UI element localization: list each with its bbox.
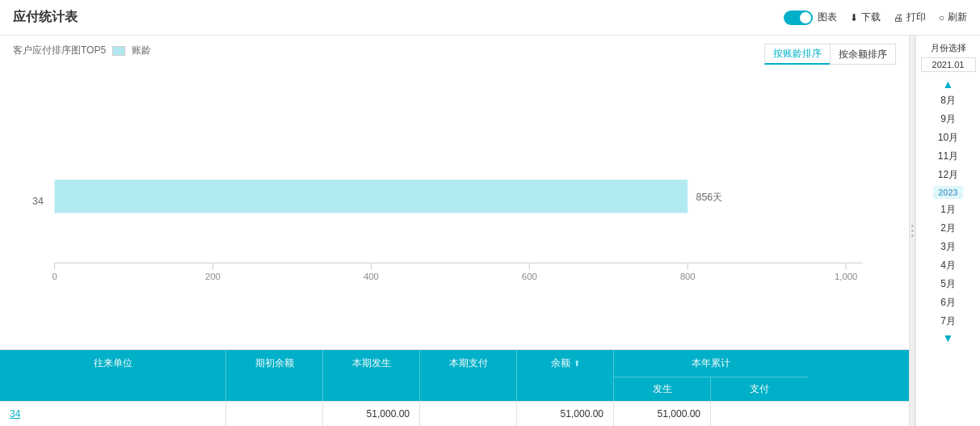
- col-ytd-pay-subheader: 支付: [711, 377, 808, 401]
- legend-text: 客户应付排序图TOP5: [13, 44, 106, 57]
- col-ytd-group-header: 本年累计: [614, 350, 808, 377]
- bar-rect: [55, 179, 688, 213]
- header: 应付统计表 图表 ⬇ 下载 🖨 打印 ○ 刷新: [0, 0, 980, 36]
- chart-toggle-group: 图表: [784, 11, 837, 25]
- sidebar-nav-up[interactable]: ▲: [939, 77, 958, 91]
- sidebar-month-9[interactable]: 9月: [916, 110, 980, 129]
- col-current-pay-header: 本期支付: [420, 350, 517, 377]
- col-unit-header: 往来单位: [0, 350, 226, 377]
- sidebar-year-2023: 2023: [933, 186, 962, 199]
- sort-by-balance-button[interactable]: 按余额排序: [830, 44, 896, 65]
- resize-dot: [911, 225, 914, 227]
- right-sidebar: 月份选择 ▲ 8月 9月 10月 11月 12月 2023 1月 2月 3月 4…: [915, 36, 980, 426]
- sidebar-month-7[interactable]: 7月: [916, 312, 980, 331]
- resize-dot: [911, 234, 914, 237]
- sidebar-month-8[interactable]: 8月: [916, 91, 980, 110]
- svg-text:200: 200: [205, 272, 221, 281]
- col-current-occur-header: 本期发生: [323, 350, 420, 377]
- cell-current-occur: 51,000.00: [323, 402, 420, 426]
- col-unit-sub: [0, 377, 226, 401]
- sidebar-date-input[interactable]: [921, 57, 976, 72]
- print-button[interactable]: 🖨 打印: [894, 11, 926, 24]
- col-opening-header: 期初余额: [226, 350, 323, 377]
- svg-text:400: 400: [364, 272, 379, 281]
- sort-by-age-button[interactable]: 按账龄排序: [764, 44, 830, 65]
- main-content: 客户应付排序图TOP5 账龄 按账龄排序 按余额排序 34: [0, 36, 980, 426]
- sidebar-month-2[interactable]: 2月: [916, 219, 980, 238]
- print-icon: 🖨: [894, 12, 903, 23]
- refresh-button[interactable]: ○ 刷新: [939, 11, 967, 24]
- col-occur-sub: [323, 377, 420, 401]
- cell-unit[interactable]: 34: [0, 402, 226, 426]
- col-balance-sub: [517, 377, 614, 401]
- legend-box-label: 账龄: [132, 44, 151, 57]
- resize-dot: [911, 230, 914, 232]
- download-button[interactable]: ⬇ 下载: [850, 11, 881, 24]
- svg-text:34: 34: [32, 196, 44, 207]
- table-area: 往来单位 期初余额 本期发生 本期支付 余额 ⬆ 本年累计: [0, 349, 909, 426]
- svg-text:1,000: 1,000: [835, 272, 857, 281]
- sidebar-month-5[interactable]: 5月: [916, 275, 980, 293]
- table-row: 34 51,000.00 51,000.00 51,000.00: [0, 401, 909, 426]
- cell-opening: [226, 402, 323, 426]
- sidebar-month-3[interactable]: 3月: [916, 238, 980, 256]
- sidebar-month-6[interactable]: 6月: [916, 293, 980, 312]
- chart-toggle-label: 图表: [818, 11, 837, 24]
- cell-ytd-occur: 51,000.00: [614, 402, 711, 426]
- svg-text:856天: 856天: [696, 192, 723, 203]
- sidebar-month-1[interactable]: 1月: [916, 200, 980, 219]
- resize-dots: [911, 225, 914, 237]
- sidebar-month-12[interactable]: 12月: [916, 166, 980, 184]
- svg-text:600: 600: [522, 272, 537, 281]
- cell-balance: 51,000.00: [517, 402, 614, 426]
- cell-current-pay: [420, 402, 517, 426]
- legend-color-box: [112, 46, 125, 56]
- sidebar-month-10[interactable]: 10月: [916, 129, 980, 147]
- chart-wrapper: 34 856天 0 200 400 600 800 1,000: [13, 64, 896, 337]
- table-header-row1: 往来单位 期初余额 本期发生 本期支付 余额 ⬆ 本年累计: [0, 350, 909, 377]
- table-header-row2: 发生 支付: [0, 377, 909, 401]
- col-balance-header: 余额 ⬆: [517, 350, 614, 377]
- col-opening-sub: [226, 377, 323, 401]
- balance-sort-icon: ⬆: [574, 359, 580, 368]
- svg-text:800: 800: [680, 272, 696, 281]
- resize-handle[interactable]: [909, 36, 915, 426]
- download-icon: ⬇: [850, 12, 858, 23]
- col-ytd-occur-subheader: 发生: [614, 377, 711, 401]
- left-content: 客户应付排序图TOP5 账龄 按账龄排序 按余额排序 34: [0, 36, 909, 426]
- sidebar-month-4[interactable]: 4月: [916, 256, 980, 275]
- sidebar-month-11[interactable]: 11月: [916, 147, 980, 166]
- col-pay-sub: [420, 377, 517, 401]
- sidebar-nav-down[interactable]: ▼: [939, 331, 958, 345]
- header-actions: 图表 ⬇ 下载 🖨 打印 ○ 刷新: [784, 11, 967, 25]
- bar-chart: 34 856天 0 200 400 600 800 1,000: [13, 64, 896, 337]
- sidebar-title: 月份选择: [931, 42, 966, 54]
- chart-area: 客户应付排序图TOP5 账龄 按账龄排序 按余额排序 34: [0, 36, 909, 349]
- refresh-icon: ○: [939, 12, 944, 23]
- chart-controls: 按账龄排序 按余额排序: [764, 44, 896, 65]
- chart-toggle[interactable]: [784, 11, 813, 25]
- app-container: 应付统计表 图表 ⬇ 下载 🖨 打印 ○ 刷新: [0, 0, 980, 426]
- page-title: 应付统计表: [13, 9, 78, 26]
- svg-text:0: 0: [52, 272, 57, 281]
- cell-ytd-pay: [711, 402, 808, 426]
